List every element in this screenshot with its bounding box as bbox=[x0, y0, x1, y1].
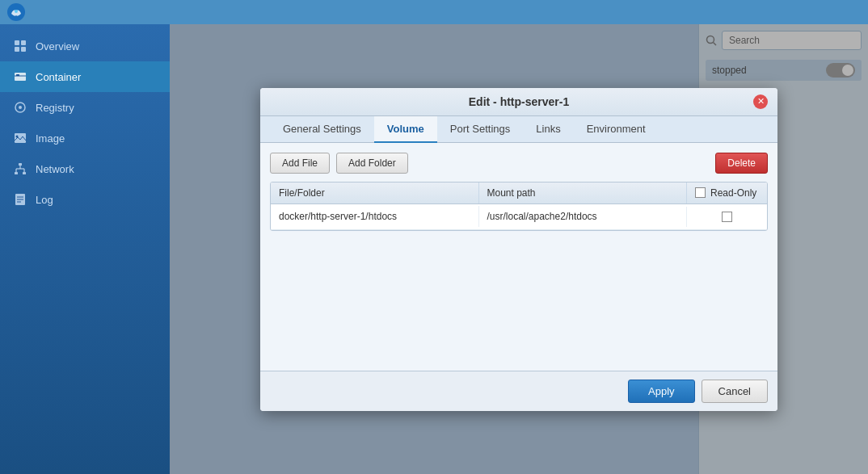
log-icon bbox=[13, 192, 27, 207]
sidebar-item-log[interactable]: Log bbox=[0, 184, 170, 215]
cell-read-only bbox=[686, 207, 767, 227]
add-file-button[interactable]: Add File bbox=[270, 153, 330, 174]
svg-rect-13 bbox=[19, 163, 22, 166]
sidebar-item-overview[interactable]: Overview bbox=[0, 31, 170, 61]
sidebar-registry-label: Registry bbox=[36, 102, 74, 114]
modal-body: Add File Add Folder Delete File/Folder bbox=[260, 143, 777, 371]
modal-footer: Apply Cancel bbox=[260, 371, 777, 411]
tab-general-settings[interactable]: General Settings bbox=[270, 116, 374, 143]
modal-header: Edit - http-server-1 ✕ bbox=[260, 88, 777, 116]
svg-point-10 bbox=[19, 106, 22, 109]
modal-tabs: General Settings Volume Port Settings Li… bbox=[260, 116, 777, 143]
svg-rect-15 bbox=[23, 172, 26, 174]
top-bar bbox=[0, 0, 868, 24]
read-only-row-checkbox[interactable] bbox=[722, 212, 732, 222]
app-window: Overview Container bbox=[0, 0, 868, 474]
modal-title: Edit - http-server-1 bbox=[284, 95, 753, 108]
sidebar-item-network[interactable]: Network bbox=[0, 153, 170, 184]
svg-point-12 bbox=[16, 136, 19, 138]
svg-rect-6 bbox=[15, 73, 26, 81]
add-folder-button[interactable]: Add Folder bbox=[336, 153, 408, 174]
delete-button[interactable]: Delete bbox=[715, 153, 768, 174]
sidebar-container-label: Container bbox=[36, 71, 81, 83]
network-icon bbox=[13, 161, 27, 176]
svg-rect-2 bbox=[15, 40, 19, 45]
volume-table: File/Folder Mount path Read-Only bbox=[270, 182, 768, 231]
image-icon bbox=[13, 131, 27, 145]
registry-icon bbox=[13, 100, 27, 115]
read-only-header-checkbox[interactable] bbox=[695, 187, 706, 198]
overview-icon bbox=[13, 39, 27, 53]
col-header-mount-path: Mount path bbox=[478, 182, 687, 203]
table-header: File/Folder Mount path Read-Only bbox=[271, 182, 767, 204]
sidebar-overview-label: Overview bbox=[36, 40, 79, 52]
svg-point-1 bbox=[15, 10, 18, 13]
container-icon bbox=[13, 69, 27, 84]
tab-port-settings[interactable]: Port Settings bbox=[437, 116, 523, 143]
toolbar-row: Add File Add Folder Delete bbox=[270, 153, 768, 174]
main-panel: stopped Edit - http-server-1 ✕ bbox=[170, 24, 868, 474]
sidebar-item-container[interactable]: Container bbox=[0, 61, 170, 92]
sidebar-image-label: Image bbox=[36, 132, 65, 145]
col-header-file-folder: File/Folder bbox=[271, 182, 478, 203]
tab-environment[interactable]: Environment bbox=[574, 116, 659, 143]
cancel-button[interactable]: Cancel bbox=[702, 380, 768, 403]
svg-rect-5 bbox=[21, 47, 26, 52]
cell-mount-path: /usr/local/apache2/htdocs bbox=[478, 206, 687, 227]
sidebar-network-label: Network bbox=[36, 163, 74, 175]
cell-file-folder: docker/http-server-1/htdocs bbox=[271, 206, 478, 227]
svg-rect-8 bbox=[16, 74, 19, 76]
tab-volume[interactable]: Volume bbox=[374, 116, 437, 143]
content-area: Overview Container bbox=[0, 24, 868, 474]
svg-rect-4 bbox=[15, 47, 19, 52]
modal-close-button[interactable]: ✕ bbox=[753, 94, 768, 109]
tab-links[interactable]: Links bbox=[523, 116, 573, 143]
sidebar: Overview Container bbox=[0, 24, 170, 474]
apply-button[interactable]: Apply bbox=[628, 380, 695, 403]
app-logo bbox=[6, 2, 26, 22]
sidebar-item-image[interactable]: Image bbox=[0, 123, 170, 153]
col-header-read-only: Read-Only bbox=[686, 182, 767, 203]
sidebar-log-label: Log bbox=[36, 194, 53, 206]
table-row: docker/http-server-1/htdocs /usr/local/a… bbox=[271, 204, 767, 230]
modal-dialog: Edit - http-server-1 ✕ General Settings … bbox=[260, 88, 777, 411]
modal-overlay: Edit - http-server-1 ✕ General Settings … bbox=[170, 24, 868, 474]
svg-rect-14 bbox=[15, 172, 18, 174]
sidebar-item-registry[interactable]: Registry bbox=[0, 92, 170, 123]
svg-rect-3 bbox=[21, 40, 26, 45]
